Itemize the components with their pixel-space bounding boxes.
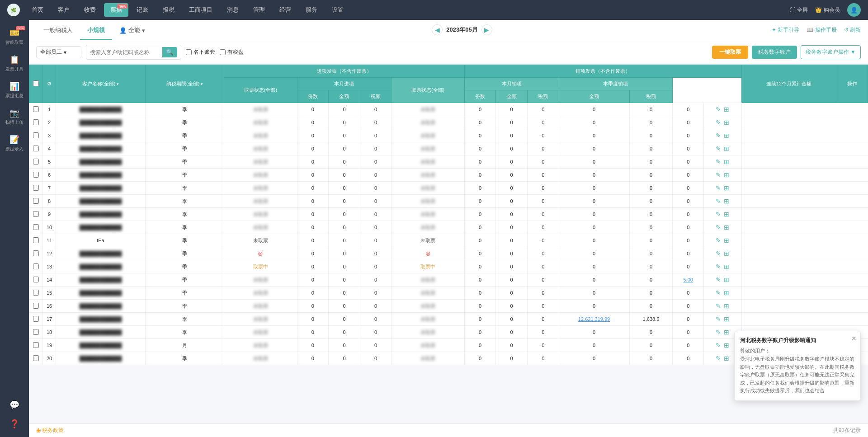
th-customer[interactable]: 客户名称(全部) [56,65,145,103]
manual-link[interactable]: 📖 操作手册 [807,26,836,34]
copy-icon[interactable]: ⊞ [724,211,729,218]
date-prev-button[interactable]: ◀ [432,24,443,35]
nav-service[interactable]: 服务 [299,3,324,17]
edit-icon[interactable]: ✎ [716,263,721,270]
sidebar-item-ticket-summary[interactable]: 📊 票据汇总 [2,78,27,103]
row-checkbox[interactable] [33,303,39,309]
date-next-button[interactable]: ▶ [481,24,492,35]
edit-icon[interactable]: ✎ [716,237,721,244]
row-checkbox[interactable] [33,355,39,361]
copy-icon[interactable]: ⊞ [724,184,729,192]
row-checkbox[interactable] [33,211,39,217]
edit-icon[interactable]: ✎ [716,211,721,218]
edit-icon[interactable]: ✎ [716,250,721,257]
copy-icon[interactable]: ⊞ [724,158,729,165]
one-key-ticket-button[interactable]: 一键取票 [712,46,748,59]
sidebar-item-smart-ticket[interactable]: 🎫 智能取票 new [2,24,27,49]
tax-digital-op-button[interactable]: 税务数字账户操作 ▼ [801,45,861,59]
row-checkbox[interactable] [33,119,39,125]
subledger-checkbox-label[interactable]: 名下账套 [186,48,215,56]
edit-icon[interactable]: ✎ [716,145,721,152]
edit-icon[interactable]: ✎ [716,171,721,179]
edit-icon[interactable]: ✎ [716,106,721,113]
copy-icon[interactable]: ⊞ [724,302,729,310]
nav-message[interactable]: 消息 [221,3,245,17]
edit-icon[interactable]: ✎ [716,289,721,296]
refresh-link[interactable]: ↺ 刷新 [844,26,861,34]
row-checkbox[interactable] [33,329,39,335]
th-tax-period[interactable]: 纳税期限(全部) [145,65,224,103]
row-checkbox[interactable] [33,159,39,164]
copy-icon[interactable]: ⊞ [724,315,729,323]
copy-icon[interactable]: ⊞ [724,132,729,139]
edit-icon[interactable]: ✎ [716,276,721,283]
tab-general[interactable]: 一般纳税人 [36,22,80,40]
copy-icon[interactable]: ⊞ [724,119,729,126]
fullscreen-button[interactable]: ⛶ 全屏 [790,6,808,14]
row-checkbox[interactable] [33,342,39,348]
member-button[interactable]: 👑 购会员 [815,6,840,14]
tab-all[interactable]: 👤 全能 ▾ [112,22,152,40]
nav-ticket[interactable]: 票据 new [104,3,128,17]
copy-icon[interactable]: ⊞ [724,171,729,179]
edit-icon[interactable]: ✎ [716,329,721,336]
row-checkbox[interactable] [33,277,39,282]
nav-business[interactable]: 工商项目 [183,3,219,17]
nav-fee[interactable]: 收费 [78,3,102,17]
new-guide-link[interactable]: ✦ 新手引导 [772,26,799,34]
subledger-checkbox[interactable] [186,49,192,55]
sidebar-item-invoice-open[interactable]: 📋 发票开具 [2,51,27,76]
sidebar-item-help[interactable]: ❓ [2,415,27,432]
row-cumulative[interactable]: 5.00 [673,273,704,287]
copy-icon[interactable]: ⊞ [724,276,729,283]
copy-icon[interactable]: ⊞ [724,342,729,349]
row-checkbox[interactable] [33,106,39,112]
copy-icon[interactable]: ⊞ [724,329,729,336]
row-checkbox[interactable] [33,185,39,191]
edit-icon[interactable]: ✎ [716,197,721,205]
search-input[interactable] [90,49,162,56]
nav-manage[interactable]: 管理 [247,3,271,17]
sidebar-item-scan-upload[interactable]: 📷 扫描上传 [2,104,27,129]
copy-icon[interactable]: ⊞ [724,224,729,231]
tax-disk-checkbox[interactable] [220,49,226,55]
edit-icon[interactable]: ✎ [716,342,721,349]
edit-icon[interactable]: ✎ [716,132,721,139]
copy-icon[interactable]: ⊞ [724,289,729,296]
row-checkbox[interactable] [33,290,39,296]
row-checkbox[interactable] [33,263,39,269]
tax-policy-link[interactable]: ◉ 税务政策 [36,427,64,434]
tax-digital-button[interactable]: 税务数字账户 [752,46,797,59]
row-checkbox[interactable] [33,224,39,230]
edit-icon[interactable]: ✎ [716,315,721,323]
notification-close-button[interactable]: ✕ [851,335,857,342]
row-checkbox[interactable] [33,250,39,256]
row-checkbox[interactable] [33,132,39,138]
copy-icon[interactable]: ⊞ [724,145,729,152]
row-checkbox[interactable] [33,198,39,204]
employee-select[interactable]: 全部员工 ▾ [36,46,81,58]
copy-icon[interactable]: ⊞ [724,263,729,270]
row-checkbox[interactable] [33,316,39,322]
row-checkbox[interactable] [33,237,39,243]
user-avatar[interactable]: 👤 [847,3,861,17]
tab-small-scale[interactable]: 小规模 [80,22,112,40]
sidebar-item-ticket-entry[interactable]: 📝 票据录入 [2,131,27,156]
sidebar-item-chat[interactable]: 💬 [2,396,27,414]
copy-icon[interactable]: ⊞ [724,106,729,113]
edit-icon[interactable]: ✎ [716,224,721,231]
row-checkbox[interactable] [33,172,39,178]
row-season-amount[interactable]: 12,621,319.99 [559,313,629,326]
copy-icon[interactable]: ⊞ [724,237,729,244]
nav-operation[interactable]: 经营 [273,3,297,17]
select-all-checkbox[interactable] [33,80,39,86]
nav-tax[interactable]: 报税 [156,3,181,17]
edit-icon[interactable]: ✎ [716,119,721,126]
copy-icon[interactable]: ⊞ [724,197,729,205]
edit-icon[interactable]: ✎ [716,302,721,310]
nav-home[interactable]: 首页 [25,3,50,17]
copy-icon[interactable]: ⊞ [724,250,729,257]
nav-accounting[interactable]: 记账 [130,3,155,17]
edit-icon[interactable]: ✎ [716,355,721,362]
edit-icon[interactable]: ✎ [716,158,721,165]
